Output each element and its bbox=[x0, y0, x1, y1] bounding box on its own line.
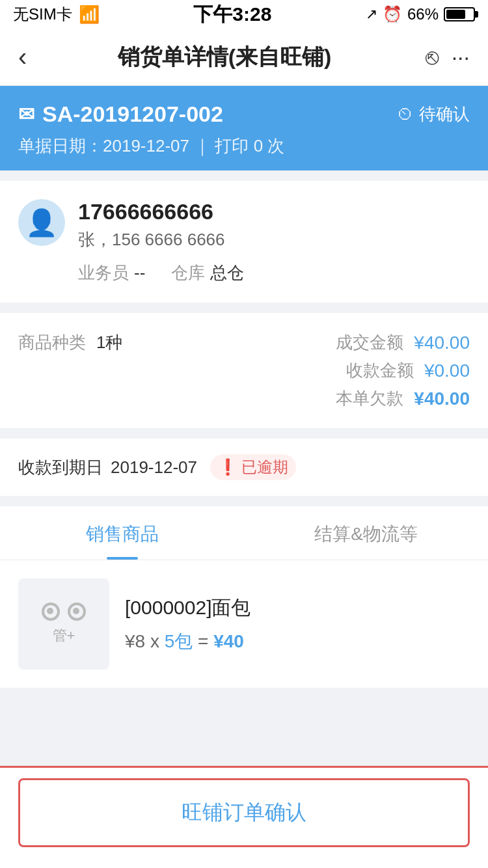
owed-amount-label: 本单欠款 bbox=[336, 387, 403, 410]
owl-eyes bbox=[42, 603, 86, 621]
overdue-badge: ❗ 已逾期 bbox=[210, 454, 296, 480]
overdue-text: 已逾期 bbox=[241, 457, 288, 478]
order-status-badge: ⏲ 待确认 bbox=[397, 103, 470, 126]
price-total: ¥40 bbox=[213, 631, 244, 651]
customer-card: 👤 17666666666 张，156 6666 6666 业务员 -- 仓库 … bbox=[0, 181, 488, 303]
bottom-bar: 旺铺订单确认 bbox=[0, 766, 488, 868]
tab-sales-products[interactable]: 销售商品 bbox=[0, 506, 244, 560]
owl-eye-left bbox=[42, 603, 60, 621]
product-details: [0000002]面包 ¥8 x 5包 = ¥40 bbox=[125, 595, 470, 654]
warehouse-item: 仓库 总仓 bbox=[171, 262, 244, 284]
customer-info: 17666666666 张，156 6666 6666 业务员 -- 仓库 总仓 bbox=[78, 199, 470, 284]
status-bar-time: 下午3:28 bbox=[193, 1, 271, 28]
overdue-icon: ❗ bbox=[218, 458, 237, 476]
deal-amount-label: 成交金额 bbox=[336, 331, 403, 354]
salesperson-item: 业务员 -- bbox=[78, 262, 145, 284]
tabs-section: 销售商品 结算&物流等 管+ [0000002]面包 ¥8 x 5包 = ¥40 bbox=[0, 506, 488, 688]
location-icon: ↗ bbox=[366, 6, 377, 23]
customer-phone: 17666666666 bbox=[78, 199, 470, 224]
wifi-icon: 📶 bbox=[79, 5, 100, 25]
warehouse-label: 仓库 bbox=[171, 262, 205, 284]
due-date-label: 收款到期日 bbox=[18, 456, 103, 479]
owed-amount-row: 本单欠款 ¥40.00 bbox=[336, 387, 470, 410]
alarm-icon: ⏰ bbox=[383, 5, 402, 23]
product-type-label: 商品种类 bbox=[18, 331, 86, 354]
order-meta: 单据日期：2019-12-07 ｜ 打印 0 次 bbox=[18, 135, 470, 157]
tabs-header: 销售商品 结算&物流等 bbox=[0, 506, 488, 560]
carrier-label: 无SIM卡 bbox=[13, 4, 72, 25]
page-title: 销货单详情(来自旺铺) bbox=[57, 42, 392, 72]
order-icon: ✉ bbox=[18, 103, 34, 126]
product-name: [0000002]面包 bbox=[125, 595, 470, 621]
owl-eye-right bbox=[68, 603, 86, 621]
battery-label: 66% bbox=[407, 5, 439, 23]
customer-name: 张，156 6666 6666 bbox=[78, 228, 470, 251]
order-info-section: 商品种类 1种 成交金额 ¥40.00 收款金额 ¥0.00 本单欠款 ¥40.… bbox=[0, 313, 488, 428]
received-amount-label: 收款金额 bbox=[346, 359, 414, 382]
owed-amount-value: ¥40.00 bbox=[414, 388, 470, 409]
product-logo: 管+ bbox=[42, 603, 86, 645]
product-type-value: 1种 bbox=[96, 331, 122, 354]
deal-amount-value: ¥40.00 bbox=[414, 332, 470, 353]
status-bar: 无SIM卡 📶 下午3:28 ↗ ⏰ 66% bbox=[0, 0, 488, 29]
more-icon[interactable]: ··· bbox=[452, 44, 470, 70]
nav-bar: ‹ 销货单详情(来自旺铺) ⎋ ··· bbox=[0, 29, 488, 86]
battery-icon bbox=[444, 7, 475, 21]
person-icon: 👤 bbox=[25, 208, 58, 238]
product-item: 管+ [0000002]面包 ¥8 x 5包 = ¥40 bbox=[0, 560, 488, 688]
confirm-order-button[interactable]: 旺铺订单确认 bbox=[18, 778, 470, 847]
due-date-value: 2019-12-07 bbox=[111, 457, 197, 478]
order-header-card: ✉ SA-20191207-002 ⏲ 待确认 单据日期：2019-12-07 … bbox=[0, 86, 488, 170]
status-bar-left: 无SIM卡 📶 bbox=[13, 4, 100, 25]
warehouse-value: 总仓 bbox=[210, 262, 244, 284]
product-type-info: 商品种类 1种 bbox=[18, 331, 336, 359]
clock-icon: ⏲ bbox=[397, 104, 414, 124]
salesperson-value: -- bbox=[134, 263, 145, 283]
due-date-section: 收款到期日 2019-12-07 ❗ 已逾期 bbox=[0, 439, 488, 496]
back-button[interactable]: ‹ bbox=[18, 42, 57, 72]
received-amount-row: 收款金额 ¥0.00 bbox=[346, 359, 470, 382]
price-base: ¥8 x bbox=[125, 631, 165, 651]
order-id: ✉ SA-20191207-002 bbox=[18, 102, 223, 127]
share-icon[interactable]: ⎋ bbox=[426, 44, 439, 70]
deal-amount-row: 成交金额 ¥40.00 bbox=[336, 331, 470, 354]
status-bar-right: ↗ ⏰ 66% bbox=[366, 5, 475, 23]
product-thumbnail: 管+ bbox=[18, 578, 109, 670]
amount-info: 成交金额 ¥40.00 收款金额 ¥0.00 本单欠款 ¥40.00 bbox=[336, 331, 470, 410]
salesperson-label: 业务员 bbox=[78, 262, 129, 284]
avatar: 👤 bbox=[18, 199, 65, 246]
nav-right-actions: ⎋ ··· bbox=[392, 44, 470, 70]
tab-settlement-logistics[interactable]: 结算&物流等 bbox=[244, 506, 488, 560]
received-amount-value: ¥0.00 bbox=[424, 360, 470, 381]
product-price-formula: ¥8 x 5包 = ¥40 bbox=[125, 629, 470, 654]
quantity-highlight: 5包 bbox=[165, 631, 193, 651]
